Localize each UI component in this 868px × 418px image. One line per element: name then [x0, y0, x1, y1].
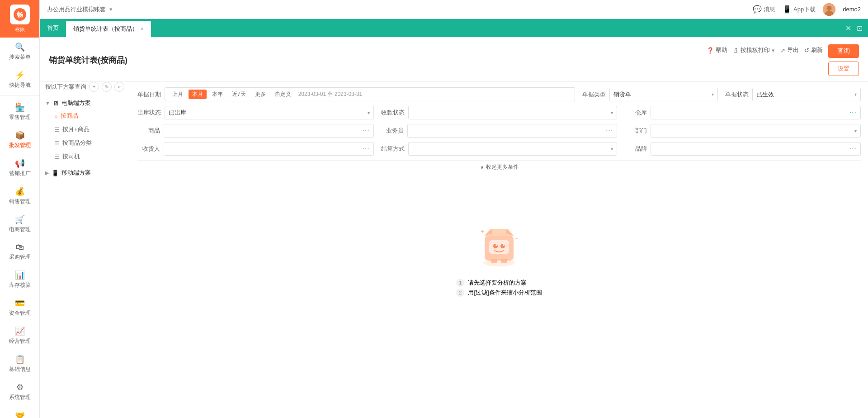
dropdown-arrow-icon[interactable]: ▾ [109, 6, 113, 13]
by-month-product-label: 按月+商品 [62, 125, 90, 133]
sidebar-item-base[interactable]: 📋 基础信息 [0, 350, 39, 378]
add-scheme-button[interactable]: + [89, 82, 99, 92]
restore-tab-btn[interactable]: ⊡ [855, 22, 864, 34]
svg-point-9 [500, 244, 505, 248]
doc-status-select[interactable]: 已生效 ▾ [752, 88, 861, 101]
doc-status-filter-field: 单据状态 已生效 ▾ [725, 88, 861, 101]
doc-status-value: 已生效 [756, 90, 853, 99]
inventory-icon: 📊 [15, 270, 25, 280]
sidebar-item-sales[interactable]: 💰 销售管理 [0, 182, 39, 210]
sidebar-item-label: 批发管理 [9, 142, 31, 149]
edit-scheme-button[interactable]: ✎ [102, 82, 112, 92]
settings-button[interactable]: 设置 [828, 62, 859, 76]
doc-type-select[interactable]: 销货单 ▾ [609, 88, 718, 101]
sidebar-item-search[interactable]: 🔍 搜索菜单 [0, 38, 39, 66]
mobile-group-header[interactable]: ▶ 📱 移动端方案 [40, 167, 130, 179]
print-button[interactable]: 🖨 按模板打印 ▾ [733, 46, 775, 54]
sidebar-item-ecommerce[interactable]: 🛒 电商管理 [0, 210, 39, 238]
tab-home[interactable]: 首页 [40, 19, 66, 37]
salesperson-select[interactable]: ··· [407, 124, 618, 138]
desktop-group-header[interactable]: ▼ 🖥 电脑端方案 [40, 97, 130, 109]
scheme-item-by-month-product[interactable]: ☰ 按月+商品 [40, 123, 130, 136]
tab-bar: 首页 销货单统计表（按商品） × ✕ ⊡ [40, 19, 868, 37]
sidebar-item-retail[interactable]: 🏪 零售管理 [0, 98, 39, 126]
date-tag-last-month[interactable]: 上月 [169, 90, 187, 99]
date-tag-this-year[interactable]: 本年 [208, 90, 226, 99]
scheme-item-by-cashier[interactable]: ☰ 按司机 [40, 150, 130, 163]
sidebar-item-label: 基础信息 [9, 366, 31, 373]
user-name[interactable]: demo2 [843, 6, 861, 13]
receiver-filter-field: 收货人 ··· [137, 142, 374, 156]
sidebar-item-marketing[interactable]: 📢 营销推广 [0, 154, 39, 182]
receiver-select[interactable]: ··· [164, 142, 374, 156]
empty-hints: 1 请先选择要分析的方案 2 用[过滤]条件来缩小分析范围 [456, 279, 542, 299]
svg-point-10 [495, 244, 497, 246]
product-select[interactable]: ··· [164, 124, 374, 138]
logo-area[interactable]: 畅 标账 [0, 0, 39, 38]
sidebar-item-label: 快捷导航 [9, 81, 31, 89]
out-status-select[interactable]: 已出库 ▾ [165, 106, 374, 119]
sidebar-item-enterprise[interactable]: 🤝 企业协同 [0, 406, 39, 418]
help-icon: ❓ [707, 47, 714, 54]
scheme-title: 按以下方案查询 [45, 83, 86, 91]
export-button[interactable]: ↗ 导出 [780, 46, 799, 54]
collapse-row[interactable]: ∧ 收起更多条件 [137, 160, 861, 174]
close-tab-btn[interactable]: ✕ [844, 22, 853, 34]
date-value: 上月 本月 本年 近7天 更多 自定义 2023-03-01 至 2023-03… [165, 87, 575, 101]
sidebar-item-operations[interactable]: 📈 经营管理 [0, 322, 39, 350]
desktop-group-items: ○ 按商品 ☰ 按月+商品 ☰ 按商品分类 ☰ [40, 109, 130, 163]
warehouse-dots-icon: ··· [849, 109, 857, 117]
by-cashier-icon: ☰ [54, 153, 60, 160]
message-icon: 💬 [753, 5, 762, 14]
help-label: 帮助 [716, 46, 727, 54]
sidebar-item-finance[interactable]: 💳 资金管理 [0, 294, 39, 322]
enterprise-icon: 🤝 [15, 410, 25, 418]
date-range-value: 2023-03-01 至 2023-03-31 [298, 90, 362, 98]
svg-text:✦: ✦ [480, 228, 485, 235]
phone-icon: 📱 [783, 5, 792, 14]
help-button[interactable]: ❓ 帮助 [707, 46, 727, 54]
date-tag-more[interactable]: 更多 [251, 90, 269, 99]
quick-nav-icon: ⚡ [15, 70, 25, 80]
warehouse-select[interactable]: ··· [651, 106, 861, 119]
sidebar-item-inventory[interactable]: 📊 库存核算 [0, 266, 39, 294]
sidebar-item-label: 电商管理 [9, 226, 31, 233]
collect-status-select[interactable]: ▾ [408, 106, 618, 119]
brand-select[interactable]: ··· [651, 142, 861, 156]
dept-label: 部门 [624, 127, 647, 135]
hint-num-2: 2 [456, 289, 464, 297]
scheme-item-by-category[interactable]: ☰ 按商品分类 [40, 136, 130, 150]
receiver-label: 收货人 [137, 145, 160, 153]
svg-rect-13 [501, 259, 507, 263]
page-header: 销货单统计表(按商品) ❓ 帮助 🖨 按模板打印 ▾ ↗ 导出 [40, 37, 868, 82]
date-tag-custom[interactable]: 自定义 [271, 90, 295, 99]
warehouse-label: 仓库 [624, 109, 647, 117]
user-avatar[interactable] [823, 3, 835, 16]
sidebar-item-purchase[interactable]: 🛍 采购管理 [0, 238, 39, 266]
messages-button[interactable]: 💬 消息 [753, 5, 775, 14]
empty-illustration: ✦ ✦ ✦ [472, 215, 526, 270]
tab-statistics-label: 销货单统计表（按商品） [73, 25, 138, 33]
dept-select[interactable]: ▾ [651, 124, 861, 138]
empty-state: ✦ ✦ ✦ 1 请先选择要分析的方案 2 用[过滤]条件来缩小分析范围 [130, 179, 868, 335]
doc-status-arrow-icon: ▾ [854, 92, 857, 97]
svg-text:✦: ✦ [483, 244, 486, 248]
query-button[interactable]: 查询 [828, 44, 859, 58]
scheme-item-by-product[interactable]: ○ 按商品 [40, 109, 130, 123]
refresh-button[interactable]: ↺ 刷新 [804, 46, 823, 54]
settlement-select[interactable]: ▾ [408, 142, 618, 156]
sidebar-item-system[interactable]: ⚙ 系统管理 [0, 378, 39, 406]
tab-close-icon[interactable]: × [141, 26, 144, 32]
collapse-label: 收起更多条件 [486, 163, 519, 171]
date-tag-7days[interactable]: 近7天 [228, 90, 250, 99]
app-download-button[interactable]: 📱 App下载 [783, 5, 816, 14]
messages-label: 消息 [764, 5, 775, 14]
sidebar-item-label: 经营管理 [9, 337, 31, 345]
tab-statistics[interactable]: 销货单统计表（按商品） × [66, 21, 151, 37]
filter-row-4: 收货人 ··· 结算方式 ▾ [137, 142, 861, 156]
date-tag-this-month[interactable]: 本月 [189, 90, 207, 99]
collapse-btn[interactable]: ∧ 收起更多条件 [480, 163, 519, 171]
collapse-scheme-button[interactable]: « [114, 82, 124, 92]
sidebar-item-quick-nav[interactable]: ⚡ 快捷导航 [0, 66, 39, 94]
sidebar-item-wholesale[interactable]: 📦 批发管理 [0, 126, 39, 154]
